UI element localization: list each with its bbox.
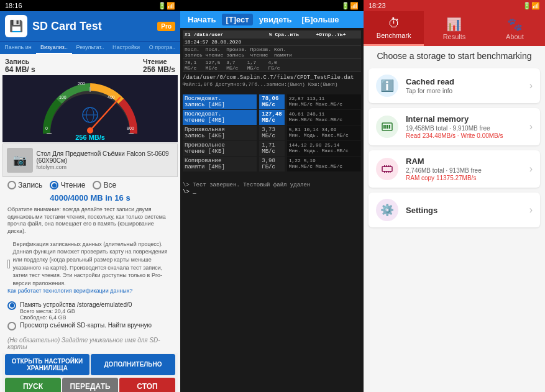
tab-benchmark[interactable]: ⏱ Benchmark — [364, 11, 424, 46]
row1-sub: 22,87 113,11Мин.МБ/с Макс.МБ/с — [287, 94, 361, 109]
ram-chevron: › — [529, 163, 533, 175]
tab-results[interactable]: Результат.. — [72, 42, 108, 54]
start-button[interactable]: ПУСК — [5, 378, 61, 392]
bench-time: 18:23 — [369, 2, 386, 9]
term-nav-start[interactable]: Начать — [184, 14, 219, 25]
verify-toggle-row: Верификация записанных данных (длительны… — [7, 240, 173, 288]
term-col-1: #1 /data/user — [183, 30, 267, 39]
svg-text:800: 800 — [127, 126, 134, 130]
memory-free: Свободно: 6,4 GB — [20, 314, 132, 321]
term-cursor: _ — [193, 189, 196, 195]
storage-svg — [381, 121, 393, 133]
stop-button[interactable]: СТОП — [119, 378, 175, 392]
svg-rect-22 — [388, 165, 389, 167]
row4-value: 1,71МБ/с — [259, 141, 284, 156]
term-filepath: /data/user/0/com.Saplin.C.T/files/CPDT_T… — [183, 75, 361, 81]
svg-text:256 MB/s: 256 MB/s — [75, 134, 105, 140]
ram-svg — [381, 163, 393, 175]
svg-rect-21 — [386, 165, 387, 167]
internal-memory-chevron: › — [529, 121, 533, 132]
memory-total: Всего места: 20,4 GB — [20, 308, 132, 314]
term-cursor-line: \> _ — [183, 189, 361, 195]
svg-rect-25 — [386, 171, 387, 173]
benchmark-icon: ⏱ — [388, 16, 400, 30]
tab-panel-info[interactable]: Панель ин — [0, 42, 36, 54]
svg-rect-20 — [384, 165, 385, 167]
verify-section: Верификация записанных данных (длительны… — [2, 238, 178, 298]
radio-all-label: Все — [103, 181, 116, 189]
info-text-block: Обратите внимание: всегда делайте тест з… — [2, 204, 178, 238]
radio-read-label: Чтение — [60, 181, 85, 189]
radio-all-circle[interactable] — [93, 181, 101, 189]
optional-label: (Не обязательно) Задайте уникальное имя … — [7, 337, 160, 350]
tab-results[interactable]: 📊 Results — [424, 11, 484, 46]
row5-value: 3,98ГБ/с — [259, 157, 284, 171]
internal-memory-subtitle: 19,458MB total · 9,910MB free — [406, 125, 522, 132]
bench-content: Choose a storage to start benchmarking ℹ… — [364, 46, 545, 392]
memory-radio-row: Память устройства /storage/emulated/0 Вс… — [7, 301, 173, 321]
radio-read[interactable]: Чтение — [50, 181, 85, 189]
svg-point-9 — [87, 127, 93, 134]
write-read-row: Запись 64 MB/ s Чтение 256 MB/s — [2, 57, 178, 75]
ram-subtitle: 2,746MB total · 913MB free — [406, 167, 522, 174]
ram-speed: RAM copy 11375.27MB/s — [406, 175, 522, 181]
open-settings-button[interactable]: ОТКРЫТЬ НАСТРОЙКИ ХРАНИЛИЩА — [5, 354, 89, 375]
verify-checkbox[interactable] — [7, 260, 10, 268]
radio-read-circle[interactable] — [50, 181, 58, 189]
about-icon: 🐾 — [507, 17, 523, 32]
term-subh-date: 18:24:57 28.08.2020 — [183, 39, 267, 46]
bench-item-cached[interactable]: ℹ️ Cached read Tap for more info › — [369, 68, 540, 103]
verify-link[interactable]: Как работает технология верификации данн… — [7, 288, 132, 294]
cached-read-subtitle: Tap for more info — [406, 88, 522, 94]
advanced-button[interactable]: ДОПОЛНИТЕЛЬНО — [91, 354, 175, 375]
bench-item-internal[interactable]: Internal memory 19,458MB total · 9,910MB… — [369, 108, 540, 145]
tab-about-label: About — [506, 33, 524, 40]
bench-item-settings[interactable]: ⚙️ Settings › — [369, 193, 540, 227]
radio-all[interactable]: Все — [93, 181, 116, 189]
bench-item-ram[interactable]: RAM 2,746MB total · 913MB free RAM copy … — [369, 150, 540, 188]
tab-settings[interactable]: Настройки — [108, 42, 144, 54]
ram-details: RAM 2,746MB total · 913MB free RAM copy … — [406, 157, 522, 181]
scan-radio-circle[interactable] — [7, 322, 16, 330]
nav-tabs: Панель ин Визуализ.. Результат.. Настрой… — [0, 41, 180, 54]
term-subh-blank2 — [314, 39, 361, 46]
ram-icon — [376, 158, 398, 180]
radio-row: Запись Чтение Все — [2, 178, 178, 192]
panel-terminal: 🔋📶 Начать [Т]ест увидеть [Б]ольше #1 /da… — [180, 0, 364, 392]
app-icon: 💾 — [5, 15, 27, 37]
term-nav-see[interactable]: увидеть — [255, 14, 296, 25]
status-bar-1: 18:16 🔋📶 — [0, 0, 180, 11]
term-nav-test[interactable]: [Т]ест — [222, 14, 252, 25]
settings-chevron: › — [529, 204, 533, 216]
term-completed: \> Тест завершен. Тестовый файл удален — [183, 182, 361, 188]
svg-rect-17 — [387, 125, 388, 129]
row3-label: Произвольнаязапись [4КБ] — [183, 125, 257, 140]
term-vals: 78,1 127,5 3,7 1,7 4,0 МБ/с МБ/с МБ/с МБ… — [183, 59, 361, 72]
transfer-button[interactable]: ПЕРЕДАТЬ — [62, 378, 118, 392]
verify-text: Верификация записанных данных (длительны… — [12, 240, 173, 288]
svg-text:400: 400 — [108, 95, 115, 99]
bench-title: Choose a storage to start benchmarking — [369, 51, 540, 61]
settings-icon: ⚙️ — [376, 199, 398, 221]
cached-read-title: Cached read — [406, 77, 522, 86]
row5-label: Копированиепамяти [4МБ] — [183, 157, 257, 171]
progress-text: 4000/4000 MB in 16 s — [50, 193, 130, 203]
write-label: Запись — [5, 58, 35, 65]
memory-radio-circle[interactable] — [7, 301, 16, 310]
read-label: Чтение — [143, 58, 175, 65]
radio-write-circle[interactable] — [7, 181, 16, 189]
term-nav-more[interactable]: [Б]ольше — [298, 14, 343, 25]
radio-write[interactable]: Запись — [7, 181, 42, 189]
svg-text:100: 100 — [59, 95, 66, 99]
tab-visualize[interactable]: Визуализ.. — [36, 42, 72, 54]
row2-sub: 40,61 248,11Мин.МБ/с Макс.МБ/с — [287, 110, 361, 125]
cached-read-icon: ℹ️ — [376, 75, 398, 97]
tab-about[interactable]: 🐾 About — [485, 11, 545, 46]
term-subh-labels: Посл. Посл. Произв. Произв. Коп. запись … — [183, 46, 361, 59]
ad-link: fotolym.com — [37, 164, 173, 170]
panel-benchmark: 18:23 🔋📶 ⏱ Benchmark 📊 Results 🐾 About C… — [364, 0, 545, 392]
tab-benchmark-label: Benchmark — [377, 32, 411, 39]
ad-banner: 📷 Стол Для Предметной Съёмки Falcon St-0… — [2, 144, 178, 177]
tab-about[interactable]: О програ.. — [144, 42, 180, 54]
row4-label: Произвольноечтение [4КБ] — [183, 141, 257, 156]
